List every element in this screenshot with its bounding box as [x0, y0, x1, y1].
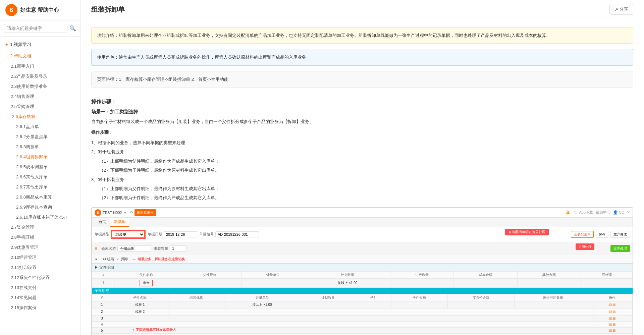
type-select[interactable]: 组装单 拆卸单	[111, 231, 145, 238]
sidebar-item-operations[interactable]: 2.10经营管理	[0, 253, 80, 263]
lower-cell-1-name: 模板 1	[112, 301, 168, 308]
sidebar-item-assembly[interactable]: 2.6.4组装拆卸单	[0, 152, 80, 162]
cancel-btn[interactable]: 放弃修改	[610, 231, 630, 238]
sidebar-header: 6 好生意 帮助中心	[0, 0, 80, 20]
sidebar-item-coupon[interactable]: 2.9优惠券管理	[0, 242, 80, 253]
lower-table-row-2: 2 模板 2 ⊡ ⊞	[92, 308, 633, 315]
bell-icon: 🔔	[566, 210, 570, 215]
number-input[interactable]	[215, 231, 259, 237]
sidebar-item-cases[interactable]: 2.15操作案例	[0, 303, 80, 313]
intro-block: 功能介绍：组装拆卸单用来处理企业组装或拆卸等加工业务，支持有固定装配清单的产品加…	[91, 27, 633, 44]
type-hint: ★	[95, 257, 98, 261]
annotation-bubble-2: 启用处理	[576, 243, 594, 250]
app-logo: 6	[95, 209, 101, 216]
lower-cell-1-action[interactable]: ⊡ ⊞	[592, 301, 633, 308]
screenshot-container: 6 TEST-H002 ▼ ⟳ 刷新数据库 🔔 ☆ App下载 帮助中心 👤 C…	[91, 207, 633, 335]
qty-field: 组装数量	[154, 245, 186, 252]
upper-col-spec: 父件规格	[178, 271, 241, 278]
sidebar-item-inventory-query[interactable]: 2.6.9库存账本查询	[0, 202, 80, 212]
number-field: 单据编号	[199, 231, 259, 237]
warehouse-input[interactable]	[117, 245, 151, 252]
tab-home[interactable]: 自页	[95, 218, 110, 227]
lower-col-action: 操作	[592, 294, 633, 301]
radio-assembly-label: 组装	[107, 257, 114, 262]
lower-col-sub-amount: 子件金额	[391, 294, 447, 301]
steps-title: 操作步骤：	[91, 128, 633, 136]
sidebar-item-online-payment[interactable]: 2.13在线支付	[0, 283, 80, 293]
annotation-text-3: 组装业务、拆卸业务在这里切换	[138, 257, 185, 262]
lower-cell-3-action[interactable]: ⊡ ⊞	[592, 315, 633, 321]
lower-col-no: #	[92, 294, 112, 301]
upper-col-name: 父件名称	[114, 271, 178, 278]
radio-disassembly[interactable]: ○ 拆卸	[117, 257, 128, 262]
star-icon: ☆	[573, 210, 576, 215]
app-topbar-left: 6 TEST-H002 ▼ ⟳ 刷新数据库	[95, 209, 563, 216]
lower-cell-4-action[interactable]: ⊡ ⊞	[592, 321, 633, 327]
main-area: 组装拆卸单 ↗ 分享 功能介绍：组装拆卸单用来处理企业组装或拆卸等加工业务，支持…	[80, 0, 644, 335]
lower-cell-6-action[interactable]: ⊡ ⊞	[592, 333, 633, 335]
sidebar-item-other-inbound[interactable]: 2.6.6其他入库单	[0, 172, 80, 182]
sidebar-item-faq[interactable]: 2.14常见问题	[0, 293, 80, 303]
sidebar-item-inventory-error[interactable]: 2.6.10库存账本错了怎么办	[0, 212, 80, 222]
search-input[interactable]	[4, 24, 67, 33]
app-topbar-right: 🔔 ☆ App下载 帮助中心 👤 CC ✕	[566, 210, 630, 215]
close-icon[interactable]: ✕	[627, 210, 630, 215]
lower-cell-1-retail	[447, 301, 515, 308]
highlight-cell: 米米	[140, 280, 153, 286]
sidebar-nav: + 1.视频学习 − 2.帮助文档 2.1新手入门 2.2产品安装及登录 2.3…	[0, 37, 80, 335]
sidebar-item-video-learning[interactable]: + 1.视频学习	[0, 39, 80, 50]
sidebar-item-cost-adjust[interactable]: 2.6.5成本调整单	[0, 162, 80, 172]
lower-cell-2-action[interactable]: ⊡ ⊞	[592, 308, 633, 315]
upper-col-prod: 生产数量	[390, 271, 453, 278]
sidebar-item-cost-recalc[interactable]: 2.6.8商品成本重算	[0, 192, 80, 202]
sidebar-item-other-outbound[interactable]: 2.6.7其他出库单	[0, 182, 80, 192]
sidebar-item-inventory[interactable]: − 2.6库存核算	[0, 112, 80, 122]
number-label: 单据编号	[199, 232, 214, 237]
scene1-intro: 当由多个子件材料组装成一个成品的业务为【组装】业务，当由一个父件拆分成多个子产品…	[91, 118, 633, 125]
lower-cell-5-action[interactable]: ⊡ ⊞	[592, 327, 633, 333]
type-field: 单据类型 组装单 拆卸单	[95, 230, 146, 239]
sidebar-item-new-user[interactable]: 2.1新手入门	[0, 61, 80, 71]
annotation-area-lower: ↑ 不固定清单可以在这里录入	[132, 327, 176, 333]
lower-table-row-3: 3 ⊡ ⊞	[92, 315, 633, 321]
lower-cell-6-rest	[112, 333, 592, 335]
user-icon: 👤 CC	[613, 210, 624, 215]
operations-title: 操作步骤：	[91, 99, 633, 105]
sidebar-item-purchase-mgmt[interactable]: 2.5采购管理	[0, 102, 80, 112]
sidebar-item-stocktake[interactable]: 2.6.1盘点单	[0, 122, 80, 132]
warehouse-field: 仓库名称	[101, 245, 151, 252]
assembly-list-btn[interactable]: 选装配清单	[571, 231, 594, 238]
annotation-bubble-1: 有装配清单的在这里处理	[505, 229, 549, 235]
date-input[interactable]	[164, 231, 197, 237]
sidebar-item-help-docs[interactable]: − 2.帮助文档	[0, 51, 80, 61]
apply-btn[interactable]: 立即处理	[610, 245, 630, 252]
upper-cell-unit	[241, 278, 305, 287]
minus-icon-26: −	[8, 114, 11, 119]
save-btn[interactable]: 保存	[596, 231, 608, 238]
logo-text: 好生意 帮助中心	[20, 7, 59, 14]
refresh-btn[interactable]: ⟳	[130, 210, 133, 215]
sidebar-item-mobile[interactable]: 2.8手机旺铺	[0, 232, 80, 242]
radio-assembly[interactable]: ⊙ 组装	[103, 257, 114, 262]
sidebar-item-personalize[interactable]: 2.12系统个性化设置	[0, 273, 80, 283]
sidebar-item-print[interactable]: 2.11打印设置	[0, 263, 80, 273]
share-button[interactable]: ↗ 分享	[609, 4, 633, 15]
sidebar-item-data-prep[interactable]: 2.3使用前数据准备	[0, 81, 80, 92]
lower-table-wrapper: # 子件名称 组装规格 计量单位 计划数量 子件 子件金额 零售价金额 剩余可用…	[92, 294, 633, 335]
qty-input[interactable]	[170, 245, 186, 252]
tab-new[interactable]: 新增单	[110, 218, 129, 227]
sidebar-item-transfer[interactable]: 2.6.3调拨单	[0, 142, 80, 152]
sidebar-item-partial-stocktake[interactable]: 2.6.2分量盘点单	[0, 132, 80, 142]
apps-icon: App下载	[579, 210, 593, 215]
refresh-db-btn[interactable]: 刷新数据库	[135, 209, 156, 216]
nav-section-2: − 2.帮助文档 2.1新手入门 2.2产品安装及登录 2.3使用前数据准备 2…	[0, 51, 80, 313]
search-button[interactable]: 🔍	[69, 25, 76, 32]
sidebar-item-finance[interactable]: 2.7资金管理	[0, 222, 80, 232]
lower-cell-1-unit: 按以上 ×1.00	[224, 301, 300, 308]
lower-col-plan: 计划数量	[300, 294, 356, 301]
sidebar-item-sales-mgmt[interactable]: 2.4销售管理	[0, 92, 80, 102]
upper-cell-name: 米米	[114, 278, 178, 287]
sidebar-item-install-login[interactable]: 2.2产品安装及登录	[0, 71, 80, 81]
lower-cell-4-no: 4	[92, 321, 112, 327]
dropdown-icon: ▼	[123, 211, 127, 215]
